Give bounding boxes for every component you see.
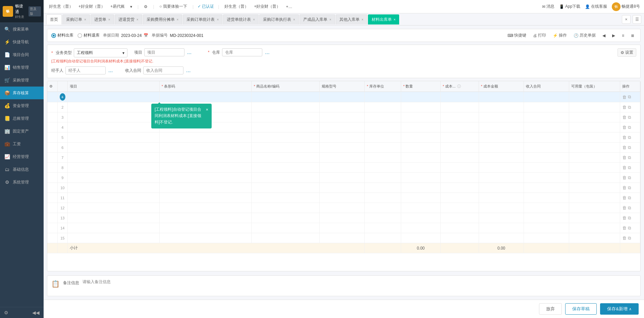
row12-delete-btn[interactable]: 🗑 [622, 205, 627, 210]
tab-close-purchase-order[interactable]: × [84, 18, 86, 21]
tab-close-finished-goods[interactable]: × [329, 18, 331, 21]
row14-delete-btn[interactable]: 🗑 [622, 225, 627, 230]
tab-purchase-stats[interactable]: 采购订单统计表× [183, 14, 222, 24]
row8-delete-btn[interactable]: 🗑 [622, 165, 627, 170]
tab-close-purchase-receipt-stats[interactable]: × [253, 18, 255, 21]
row1-delete-btn[interactable]: 🗑 [622, 95, 627, 100]
row1-barcode-input[interactable] [162, 95, 250, 99]
nav-next-btn[interactable]: ▶ [610, 33, 617, 39]
topbar-message-btn[interactable]: ✉ 消息 [542, 4, 554, 9]
row9-delete-btn[interactable]: 🗑 [622, 175, 627, 180]
row2-copy-btn[interactable]: ⧉ [628, 105, 631, 110]
row7-copy-btn[interactable]: ⧉ [628, 155, 631, 160]
tab-close-purchase-receipt[interactable]: × [108, 18, 110, 21]
row7-delete-btn[interactable]: 🗑 [622, 155, 627, 160]
row9-copy-btn[interactable]: ⧉ [628, 175, 631, 180]
contract-input[interactable] [143, 66, 183, 74]
topbar-nav-yidaizhang[interactable]: +易代账 [109, 3, 126, 10]
nav-prev-btn[interactable]: ◀ [600, 33, 607, 39]
tabbar-close-btn[interactable]: × [622, 15, 631, 24]
row10-copy-btn[interactable]: ⧉ [628, 185, 631, 191]
row1-project-input[interactable] [70, 95, 157, 99]
agent-input[interactable] [65, 66, 106, 74]
row11-copy-btn[interactable]: ⧉ [628, 195, 631, 201]
row15-copy-btn[interactable]: ⧉ [628, 235, 631, 241]
topbar-nav-haoyecai2[interactable]: +好业财（普） [253, 3, 282, 10]
row14-copy-btn[interactable]: ⧉ [628, 225, 631, 231]
topbar-nav-haoshengyi[interactable]: 好生意（普） [48, 3, 74, 10]
topbar-nav-haoyecai[interactable]: +好业财（普） [77, 3, 106, 10]
notes-textarea[interactable] [83, 279, 636, 293]
topbar-nav-more[interactable]: +… [284, 4, 293, 10]
sidebar-item-purchase[interactable]: 🛒 采购管理 [0, 74, 44, 87]
row8-copy-btn[interactable]: ⧉ [628, 165, 631, 170]
tab-close-purchase-stats[interactable]: × [217, 18, 219, 21]
sidebar-item-search[interactable]: 🔍 搜索菜单 [0, 23, 44, 36]
print-btn[interactable]: 🖨 打印 [531, 32, 548, 39]
sidebar-item-payroll[interactable]: 💼 工资 [0, 138, 44, 150]
tabbar-menu-btn[interactable]: ☰ [633, 15, 641, 24]
row3-delete-btn[interactable]: 🗑 [622, 115, 627, 120]
tab-close-material-out[interactable]: × [394, 18, 396, 21]
agent-dots-btn[interactable]: ... [108, 67, 113, 73]
cost-info-icon[interactable]: ⓘ [457, 84, 461, 88]
row12-copy-btn[interactable]: ⧉ [628, 205, 631, 211]
tab-purchase-return[interactable]: 进退货货× [115, 14, 142, 24]
sidebar-item-operations[interactable]: 📈 经营管理 [0, 150, 44, 163]
warehouse-input[interactable] [222, 48, 262, 56]
tab-purchase-expense[interactable]: 采购费用分摊单× [143, 14, 182, 24]
save-new-btn[interactable]: 保存&新增 ∧ [600, 303, 639, 315]
discard-btn[interactable]: 放弃 [539, 303, 562, 315]
row1-copy-btn[interactable]: ⧉ [628, 94, 631, 100]
project-input[interactable] [144, 48, 184, 56]
tab-finished-goods[interactable]: 产成品入库单× [300, 14, 335, 24]
sidebar-collapse-btn[interactable]: ◀◀ [32, 310, 40, 315]
sidebar-item-basic-info[interactable]: 🗂 基础信息 [0, 163, 44, 176]
history-btn[interactable]: 🕐 历史单据 [572, 32, 598, 39]
sidebar-item-finance[interactable]: 💰 资金管理 [0, 99, 44, 112]
tooltip-close-btn[interactable]: × [206, 106, 208, 113]
tab-home[interactable]: 首页 [46, 14, 62, 24]
tab-close-purchase-return[interactable]: × [137, 18, 139, 21]
save-draft-btn[interactable]: 保存草稿 [565, 303, 597, 315]
topbar-nav-dropdown[interactable]: ▾ [129, 4, 133, 10]
form-settings-btn[interactable]: ⚙ 设置 [618, 48, 636, 57]
tab-purchase-receipt-stats[interactable]: 进货单统计表× [223, 14, 259, 24]
calendar-icon[interactable]: 📅 [144, 33, 148, 38]
view-list-btn[interactable]: ≡ [620, 33, 626, 39]
row11-delete-btn[interactable]: 🗑 [622, 195, 627, 200]
tab-purchase-receipt[interactable]: 进货单× [91, 14, 114, 24]
sidebar-item-sales[interactable]: 📊 销售管理 [0, 61, 44, 74]
topbar-appdownload-btn[interactable]: 📱 App下载 [559, 4, 580, 9]
row4-copy-btn[interactable]: ⧉ [628, 125, 631, 130]
row2-delete-btn[interactable]: 🗑 [622, 105, 627, 110]
tab-close-other-storage[interactable]: × [362, 18, 364, 21]
contract-dots-btn[interactable]: ... [186, 67, 191, 73]
tab-purchase-order[interactable]: 采购订单× [62, 14, 90, 24]
project-dots-btn[interactable]: ... [187, 49, 192, 55]
biz-type-select[interactable]: 工程领料 ▾ [74, 48, 127, 57]
topbar-settings-btn[interactable]: ⚙ [143, 4, 149, 10]
row13-copy-btn[interactable]: ⧉ [628, 215, 631, 221]
radio-material-out[interactable]: 材料出库 [51, 33, 73, 38]
tab-close-purchase-exec[interactable]: × [293, 18, 295, 21]
row4-delete-btn[interactable]: 🗑 [622, 125, 627, 130]
row3-copy-btn[interactable]: ⧉ [628, 115, 631, 120]
row6-delete-btn[interactable]: 🗑 [622, 145, 627, 150]
topbar-user-info[interactable]: 畅 畅捷通8号 [612, 2, 640, 11]
shortcut-btn[interactable]: ⌨ 快捷键 [505, 32, 528, 39]
col-settings-header[interactable]: ⚙ [47, 81, 57, 92]
row15-delete-btn[interactable]: 🗑 [622, 235, 627, 241]
tab-purchase-exec[interactable]: 采购订单执行表× [259, 14, 299, 24]
sidebar-item-system[interactable]: ⚙ 系统管理 [0, 176, 44, 189]
sidebar-item-project-contract[interactable]: 📄 项目合同 [0, 48, 44, 61]
tab-material-out[interactable]: 材料出库单× [368, 14, 399, 24]
tab-other-storage[interactable]: 其他入库单× [336, 14, 367, 24]
sidebar-item-fixed-assets[interactable]: 🏢 固定资产 [0, 125, 44, 138]
row6-copy-btn[interactable]: ⧉ [628, 145, 631, 150]
radio-material-return[interactable]: 材料退库 [77, 33, 100, 38]
row5-copy-btn[interactable]: ⧉ [628, 135, 631, 140]
sidebar-item-accounting[interactable]: 📒 总账管理 [0, 112, 44, 125]
add-row-btn[interactable]: + [60, 93, 65, 101]
sidebar-settings-btn[interactable]: ⚙ [4, 310, 8, 315]
